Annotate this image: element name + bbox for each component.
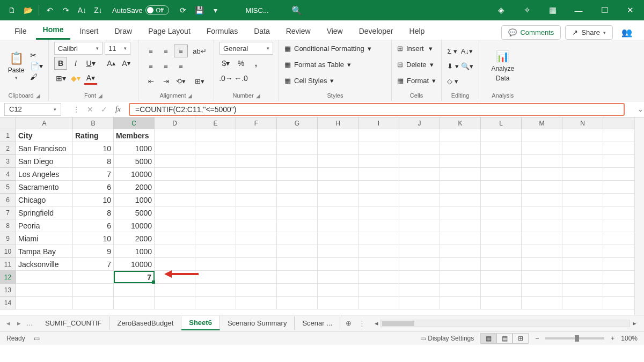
cell[interactable]: Miami <box>16 232 73 245</box>
hscroll-left-icon[interactable]: ◂ <box>372 319 380 327</box>
cell[interactable] <box>522 271 562 283</box>
cell[interactable] <box>481 206 522 219</box>
column-header[interactable]: N <box>562 117 603 129</box>
cell[interactable] <box>318 155 358 167</box>
cell[interactable] <box>562 284 603 296</box>
cell[interactable] <box>236 219 277 232</box>
cell[interactable] <box>358 245 399 257</box>
view-normal-icon[interactable]: ▦ <box>480 333 496 344</box>
percent-icon[interactable]: % <box>235 57 247 70</box>
cell[interactable] <box>522 194 562 206</box>
paste-button[interactable]: 📋 Paste ▾ <box>5 51 27 80</box>
grow-font-icon[interactable]: A▴ <box>105 57 118 70</box>
cell[interactable] <box>440 232 481 245</box>
cell[interactable]: Jacksonville <box>16 258 73 270</box>
cell[interactable] <box>155 232 195 245</box>
cell[interactable] <box>155 194 195 206</box>
view-page-layout-icon[interactable]: ▤ <box>496 333 513 344</box>
italic-button[interactable]: I <box>69 57 82 70</box>
column-header[interactable]: J <box>399 117 440 129</box>
font-color-button[interactable]: A▾ <box>84 72 97 85</box>
cell[interactable] <box>481 155 522 167</box>
font-name-select[interactable]: Calibri▾ <box>54 42 103 55</box>
cell[interactable] <box>155 284 195 296</box>
cell[interactable] <box>73 284 114 296</box>
cell[interactable] <box>562 258 603 270</box>
cell[interactable] <box>155 129 195 142</box>
cell[interactable] <box>481 168 522 180</box>
cell[interactable]: Los Angeles <box>16 168 73 180</box>
cell[interactable] <box>358 194 399 206</box>
redo-icon[interactable]: ↷ <box>58 3 74 18</box>
column-header[interactable]: B <box>73 117 114 129</box>
row-header[interactable]: 9 <box>0 232 16 245</box>
menu-data[interactable]: Data <box>247 23 277 40</box>
cell[interactable] <box>236 168 277 180</box>
cell[interactable] <box>399 181 440 193</box>
cell[interactable] <box>318 142 358 154</box>
comma-icon[interactable]: , <box>250 57 262 70</box>
cell[interactable] <box>358 284 399 296</box>
cell[interactable]: 5000 <box>114 206 155 219</box>
align-middle-icon[interactable]: ≡ <box>159 45 173 57</box>
cell[interactable] <box>155 271 195 283</box>
cell[interactable] <box>399 155 440 167</box>
cell[interactable] <box>318 194 358 206</box>
cell[interactable]: 7 <box>73 258 114 270</box>
cell[interactable]: 7 <box>73 168 114 180</box>
cut-icon[interactable]: ✂ <box>30 51 43 60</box>
cell[interactable] <box>195 284 236 296</box>
cell[interactable] <box>155 297 195 309</box>
row-header[interactable]: 11 <box>0 258 16 271</box>
open-file-icon[interactable]: 📂 <box>20 3 35 18</box>
cell[interactable] <box>358 219 399 232</box>
cell[interactable] <box>562 219 603 232</box>
cell[interactable] <box>358 271 399 283</box>
cell[interactable] <box>236 129 277 142</box>
sort-asc-icon[interactable]: A↓ <box>75 3 90 18</box>
cell[interactable] <box>277 258 318 270</box>
cell[interactable] <box>562 142 603 154</box>
sheet-tab[interactable]: ZeroBasedBudget <box>109 316 181 330</box>
cell[interactable] <box>155 168 195 180</box>
cell[interactable]: 8 <box>73 155 114 167</box>
insert-cells-button[interactable]: ⊞ Insert ▾ <box>397 42 433 55</box>
cell[interactable] <box>277 194 318 206</box>
menu-developer[interactable]: Developer <box>352 23 400 40</box>
new-file-icon[interactable]: 🗋 <box>4 3 19 18</box>
number-format-select[interactable]: General▾ <box>219 42 273 55</box>
cell[interactable] <box>195 258 236 270</box>
diamond-icon[interactable]: ◈ <box>492 2 511 18</box>
cell[interactable] <box>440 206 481 219</box>
view-page-break-icon[interactable]: ⊞ <box>513 333 529 344</box>
cell[interactable] <box>73 297 114 309</box>
cell[interactable] <box>440 168 481 180</box>
cell[interactable] <box>562 129 603 142</box>
cell[interactable]: San Francisco <box>16 142 73 154</box>
cell[interactable] <box>277 142 318 154</box>
fill-color-button[interactable]: ◆▾ <box>69 72 82 85</box>
cell[interactable] <box>16 284 73 296</box>
cell[interactable] <box>481 181 522 193</box>
cell[interactable]: Chicago <box>16 194 73 206</box>
cell[interactable] <box>399 258 440 270</box>
cell[interactable] <box>481 245 522 257</box>
comments-button[interactable]: 💬 Comments <box>501 25 561 40</box>
wrap-text-icon[interactable]: ab↵ <box>191 45 208 57</box>
column-header[interactable]: K <box>440 117 481 129</box>
tab-nav-more-icon[interactable]: … <box>25 319 34 327</box>
cell[interactable] <box>155 181 195 193</box>
cell[interactable] <box>195 155 236 167</box>
formula-input[interactable]: =COUNTIF(C2:C11,"<=5000") <box>129 103 625 116</box>
fill-icon[interactable]: ⬇ ▾ <box>447 60 459 72</box>
horizontal-scrollbar[interactable] <box>380 320 630 327</box>
cell[interactable] <box>399 142 440 154</box>
sheet-tab[interactable]: Scenar ... <box>295 316 340 330</box>
cell[interactable] <box>195 142 236 154</box>
format-cells-button[interactable]: ▦ Format ▾ <box>397 74 436 87</box>
cell[interactable] <box>16 297 73 309</box>
cell[interactable] <box>522 219 562 232</box>
cell[interactable]: 10000 <box>114 258 155 270</box>
row-header[interactable]: 12 <box>0 271 16 284</box>
cell[interactable] <box>481 232 522 245</box>
